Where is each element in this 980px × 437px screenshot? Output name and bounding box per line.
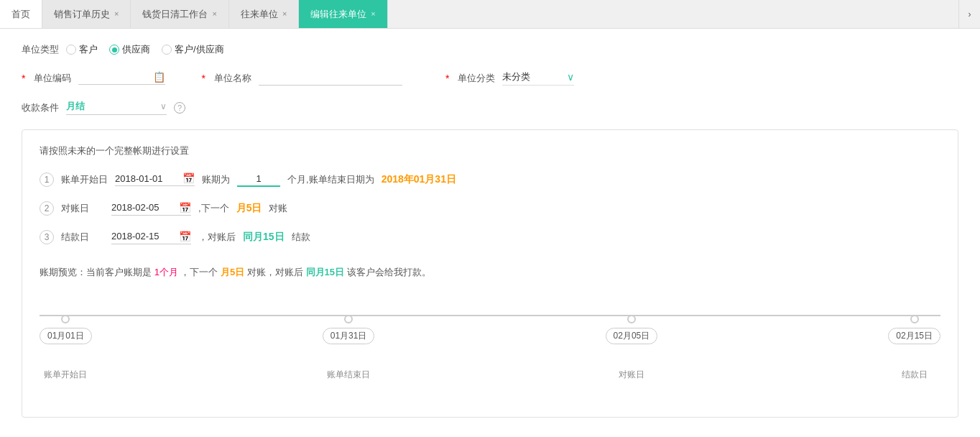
preview-suffix: 该客户会给我打款。 [347,267,431,277]
tab-edit-close[interactable]: × [371,10,375,18]
unit-cat-label: 单位分类 [458,72,495,85]
tab-partner[interactable]: 往来单位 × [229,0,299,28]
timeline-point-1: 01月31日 账单结束日 [323,315,375,381]
payment-date-icon[interactable]: 📅 [179,231,191,242]
unit-info-row: * 单位编码 000001 📋 * 单位名称 河南供应商22 * 单位分类 未分… [22,70,958,86]
period-1-suffix-pre: 账期为 [202,173,230,186]
timeline-dot-1 [344,315,353,323]
reconcile-date-input[interactable] [111,202,176,213]
preview-text: 账期预览：当前客户账期是 1个月 ，下一个 月5日 对账，对账后 同月15日 该… [40,259,940,286]
period-3-post: 结款 [292,231,310,244]
period-label-1: 账单开始日 [61,173,108,186]
timeline-points: 01月01日 账单开始日 01月31日 账单结束日 02月05日 对账日 02月… [40,315,940,381]
tab-sales-close[interactable]: × [114,10,119,18]
timeline-label-0: 账单开始日 [44,369,87,381]
tab-cash-close[interactable]: × [212,10,216,18]
timeline: 01月01日 账单开始日 01月31日 账单结束日 02月05日 对账日 02月… [40,300,940,402]
timeline-point-0: 01月01日 账单开始日 [40,315,92,381]
radio-supplier[interactable]: 供应商 [109,43,150,56]
unit-name-star: * [201,73,205,84]
main-content: 单位类型 客户 供应商 客户/供应商 * 单位编码 000001 📋 * 单位名… [0,29,980,437]
timeline-label-1: 账单结束日 [327,369,370,381]
preview-mid2: 对账，对账后 [247,267,303,277]
section-title: 请按照未来的一个完整帐期进行设置 [40,144,940,157]
unit-code-label: 单位编码 [34,72,71,85]
payment-row: 收款条件 月结 ∨ ? [22,100,958,115]
payment-select[interactable]: 月结 ∨ [66,100,167,115]
timeline-date-3: 02月15日 [888,328,940,344]
tab-cash-label: 钱货日清工作台 [142,8,208,21]
unit-cat-select[interactable]: 未分类 ∨ [502,70,574,86]
preview-part1: 1个月 [154,267,178,277]
period-label-3: 结款日 [61,231,104,244]
preview-prefix: 账期预览：当前客户账期是 [40,267,152,277]
start-date-input[interactable] [115,173,180,184]
period-1-end-date: 2018年01月31日 [382,173,456,186]
radio-supplier-circle [109,45,119,55]
preview-part2: 月5日 [221,267,244,277]
tab-partner-close[interactable]: × [282,10,287,18]
tab-edit-label: 编辑往来单位 [310,8,366,21]
start-date-icon[interactable]: 📅 [182,172,195,184]
unit-name-input[interactable]: 河南供应商22 [259,71,402,86]
reconcile-date-field: 📅 [111,202,191,216]
unit-cat-star: * [445,73,449,84]
radio-both-circle [162,45,172,55]
period-num-3: 3 [40,230,54,244]
unit-code-icon[interactable]: 📋 [153,71,165,83]
period-section: 请按照未来的一个完整帐期进行设置 1 账单开始日 📅 账期为 个月,账单结束日期… [22,129,958,418]
tab-partner-label: 往来单位 [241,8,278,21]
period-2-post: 对账 [269,202,287,215]
radio-both-label: 客户/供应商 [175,43,224,56]
period-3-highlight: 同月15日 [243,231,285,244]
payment-arrow: ∨ [160,101,167,111]
preview-mid1: ，下一个 [180,267,218,277]
months-input[interactable] [237,172,280,187]
timeline-label-2: 对账日 [619,369,644,381]
period-num-2: 2 [40,201,54,216]
unit-type-row: 单位类型 客户 供应商 客户/供应商 [22,43,958,56]
unit-type-radios: 客户 供应商 客户/供应商 [66,43,224,56]
tab-home[interactable]: 首页 [0,0,42,28]
payment-help-icon[interactable]: ? [174,102,185,114]
radio-both[interactable]: 客户/供应商 [162,43,224,56]
period-1-suffix-post: 个月,账单结束日期为 [287,173,374,186]
payment-date-input[interactable] [111,231,176,242]
unit-type-label: 单位类型 [22,43,59,56]
timeline-dot-0 [61,315,70,323]
unit-code-star: * [22,73,25,84]
period-row-3: 3 结款日 📅 ，对账后 同月15日 结款 [40,230,940,244]
tab-more-arrow[interactable]: › [958,0,980,28]
reconcile-date-icon[interactable]: 📅 [179,202,191,213]
timeline-label-3: 结款日 [902,369,928,381]
unit-name-label: 单位名称 [214,72,251,85]
tab-cash-work[interactable]: 钱货日清工作台 × [131,0,228,28]
unit-cat-arrow: ∨ [567,71,574,83]
radio-customer-circle [66,45,76,55]
unit-code-input[interactable]: 000001 [78,72,150,83]
timeline-point-3: 02月15日 结款日 [888,315,940,381]
tab-sales-history[interactable]: 销售订单历史 × [42,0,131,28]
tab-sales-label: 销售订单历史 [54,8,110,21]
period-label-2: 对账日 [61,202,104,215]
period-2-highlight: 月5日 [236,202,262,215]
payment-date-field: 📅 [111,231,191,244]
timeline-point-2: 02月05日 对账日 [606,315,658,381]
radio-supplier-label: 供应商 [122,43,150,56]
unit-cat-value: 未分类 [502,70,567,83]
radio-customer-label: 客户 [79,43,98,56]
preview-part3: 同月15日 [306,267,344,277]
period-3-pre: ，对账后 [198,231,236,244]
payment-value: 月结 [66,100,160,113]
period-row-1: 1 账单开始日 📅 账期为 个月,账单结束日期为 2018年01月31日 [40,172,940,187]
tab-home-label: 首页 [11,8,30,21]
period-num-1: 1 [40,172,54,187]
tab-edit-partner[interactable]: 编辑往来单位 × [299,0,387,28]
timeline-date-0: 01月01日 [40,328,92,344]
payment-label: 收款条件 [22,101,59,114]
timeline-date-2: 02月05日 [606,328,658,344]
timeline-dot-2 [627,315,636,323]
tab-bar: 首页 销售订单历史 × 钱货日清工作台 × 往来单位 × 编辑往来单位 × › [0,0,980,29]
unit-code-field: 000001 📋 [78,71,165,85]
radio-customer[interactable]: 客户 [66,43,98,56]
